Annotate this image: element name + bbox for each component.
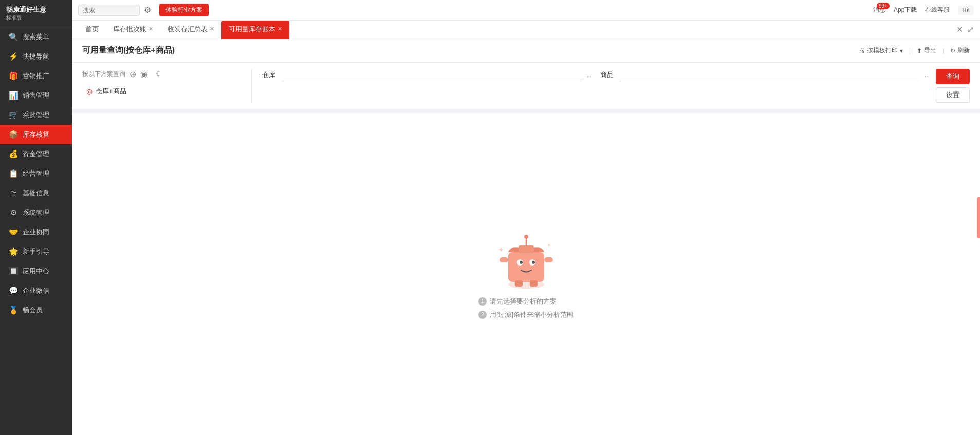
search-input[interactable] [78,5,140,16]
sidebar-label-newbie: 新手引导 [23,247,49,256]
tab-label-available: 可用量库存账本 [229,25,275,34]
print-button[interactable]: 🖨 按模板打印 ▾ [859,46,903,55]
warehouse-field: 仓库 ... [262,69,592,81]
sidebar-icon-wechat: 💬 [8,286,19,295]
sidebar-item-inventory[interactable]: 📦 库存核算 [0,125,72,144]
collapse-button[interactable]: 《 [152,69,160,80]
svg-point-5 [520,261,523,264]
app-download-button[interactable]: App下载 [894,6,917,14]
tab-available[interactable]: 可用量库存账本✕ [221,21,289,39]
svg-rect-2 [519,245,534,253]
scheme-item-warehouse-product[interactable]: ◎ 仓库+商品 [82,84,243,99]
sidebar-label-wechat: 企业微信 [23,286,49,295]
warehouse-input[interactable] [282,69,582,81]
sidebar-logo: 畅康通好生意 标准版 [0,0,72,27]
page-actions: 🖨 按模板打印 ▾ | ⬆ 导出 | ↻ 刷新 [859,46,970,55]
online-service-button[interactable]: 在线客服 [925,6,950,14]
export-icon: ⬆ [917,47,922,54]
tab-batch[interactable]: 库存批次账✕ [106,21,160,39]
product-input[interactable] [620,69,920,81]
tip-text-1: 请先选择要分析的方案 [490,297,557,306]
sidebar-icon-sales: 📊 [8,91,19,100]
sidebar-icon-inventory: 📦 [8,130,19,139]
sidebar-icon-appcenter: 🔲 [8,267,19,276]
message-badge: 99+ [877,3,890,9]
svg-rect-9 [500,257,508,262]
sidebar-label-basic: 基础信息 [23,188,49,198]
sidebar-label-inventory: 库存核算 [23,130,49,139]
sidebar-icon-purchase: 🛒 [8,110,19,120]
action-buttons: 查询 设置 [930,69,970,103]
sidebar: 畅康通好生意 标准版 🔍 搜索菜单 ⚡ 快捷导航 🎁 营销推广 📊 销售管理 🛒… [0,0,72,435]
sidebar-icon-basic: 🗂 [8,189,19,198]
tabs-bar: 首页库存批次账✕收发存汇总表✕可用量库存账本✕ ✕ ⤢ [72,21,980,39]
svg-text:✦: ✦ [547,242,551,248]
sidebar-icon-member: 🏅 [8,306,19,315]
tip-num-1: 1 [478,297,487,306]
close-window-icon[interactable]: ✕ [956,25,963,34]
sidebar-item-finance[interactable]: 💰 资金管理 [0,144,72,164]
tab-summary[interactable]: 收发存汇总表✕ [160,21,221,39]
message-button[interactable]: 消息 99+ [873,6,885,14]
sidebar-scroll: 🔍 搜索菜单 ⚡ 快捷导航 🎁 营销推广 📊 销售管理 🛒 采购管理 📦 库存核… [0,27,72,435]
sidebar-item-wechat[interactable]: 💬 企业微信 [0,281,72,300]
tip-item-2: 2 用[过滤]条件来缩小分析范围 [478,310,574,319]
sidebar-icon-shortcut: ⚡ [8,52,19,61]
tab-home[interactable]: 首页 [78,21,106,39]
tab-label-batch: 库存批次账 [113,25,146,34]
query-button[interactable]: 查询 [936,69,970,84]
add-scheme-button[interactable]: ⊕ [130,69,136,79]
sidebar-item-basic[interactable]: 🗂 基础信息 [0,183,72,203]
topbar-right: 消息 99+ App下载 在线客服 Rit [873,6,974,15]
sidebar-item-shortcut[interactable]: ⚡ 快捷导航 [0,47,72,66]
sidebar-icon-search: 🔍 [8,32,19,42]
chevron-down-icon: ▾ [900,47,903,54]
logo-version: 标准版 [6,14,66,22]
svg-point-6 [532,261,535,264]
sidebar-icon-finance: 💰 [8,149,19,159]
sidebar-icon-system: ⚙ [8,208,19,217]
filter-area: 按以下方案查询 ⊕ ◉ 《 ◎ 仓库+商品 仓库 ... [72,63,980,109]
logo-name: 畅康通好生意 [6,5,66,14]
svg-rect-10 [544,257,553,262]
sidebar-label-shortcut: 快捷导航 [23,52,49,61]
export-button[interactable]: ⬆ 导出 [917,46,936,55]
sidebar-item-system[interactable]: ⚙ 系统管理 [0,203,72,222]
warehouse-label: 仓库 [262,70,278,80]
sidebar-item-member[interactable]: 🏅 畅会员 [0,300,72,320]
svg-rect-12 [530,280,538,287]
sidebar-label-member: 畅会员 [23,306,43,315]
user-name[interactable]: Rit [958,6,974,15]
product-field: 商品 ... [600,69,930,81]
tip-item-1: 1 请先选择要分析的方案 [478,297,574,306]
gear-icon[interactable]: ⚙ [144,5,151,15]
sidebar-label-marketing: 营销推广 [23,71,49,81]
tab-close-available[interactable]: ✕ [278,26,282,32]
sidebar-label-enterprise: 企业协同 [23,228,49,237]
tip-text-2: 用[过滤]条件来缩小分析范围 [490,310,574,319]
empty-tips: 1 请先选择要分析的方案 2 用[过滤]条件来缩小分析范围 [478,297,574,319]
maximize-window-icon[interactable]: ⤢ [967,25,974,34]
sidebar-item-enterprise[interactable]: 🤝 企业协同 [0,222,72,242]
sidebar-item-marketing[interactable]: 🎁 营销推广 [0,66,72,86]
sidebar-item-purchase[interactable]: 🛒 采购管理 [0,105,72,125]
refresh-button[interactable]: ↻ 刷新 [950,46,970,55]
trial-button[interactable]: 体验行业方案 [159,4,209,16]
page-title: 可用量查询(按仓库+商品) [82,45,175,56]
sidebar-item-sales[interactable]: 📊 销售管理 [0,86,72,105]
empty-state: ✦ ✦ 1 请先选择要分析的方案 2 用[过滤]条件来缩小分析范围 [72,113,980,435]
sidebar-item-search[interactable]: 🔍 搜索菜单 [0,27,72,47]
sidebar-label-search: 搜索菜单 [23,32,49,42]
product-label: 商品 [600,70,616,80]
settings-scheme-button[interactable]: ◉ [140,69,147,79]
warehouse-more-button[interactable]: ... [586,71,591,79]
settings-button[interactable]: 设置 [936,87,970,103]
tab-close-summary[interactable]: ✕ [210,26,214,32]
sidebar-item-operation[interactable]: 📋 经营管理 [0,164,72,183]
sidebar-item-appcenter[interactable]: 🔲 应用中心 [0,261,72,281]
refresh-icon: ↻ [950,47,955,54]
product-more-button[interactable]: ... [924,71,930,79]
tab-close-batch[interactable]: ✕ [149,26,153,32]
sidebar-icon-enterprise: 🤝 [8,228,19,237]
sidebar-item-newbie[interactable]: 🌟 新手引导 [0,242,72,261]
